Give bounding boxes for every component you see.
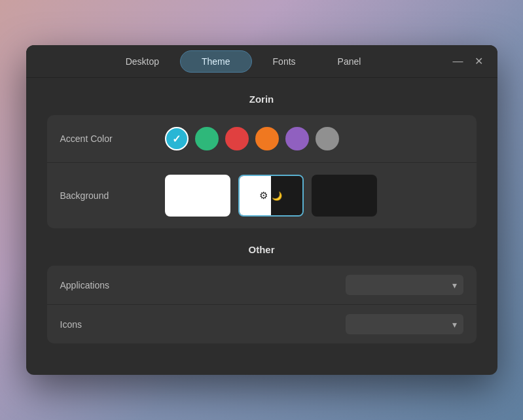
color-blue[interactable]: ✓ bbox=[165, 127, 189, 150]
minimize-button[interactable]: — bbox=[450, 54, 466, 69]
applications-dropdown[interactable] bbox=[346, 275, 463, 295]
icons-dropdown-wrapper bbox=[346, 314, 463, 334]
bg-auto-option[interactable]: ⚙ 🌙 bbox=[238, 175, 304, 217]
bg-auto-wrapper: ⚙ 🌙 bbox=[240, 175, 302, 217]
bg-dark-option[interactable] bbox=[312, 175, 377, 217]
color-green[interactable] bbox=[195, 127, 219, 150]
accent-color-row: Accent Color ✓ bbox=[47, 115, 477, 163]
background-options: ⚙ 🌙 bbox=[165, 175, 377, 217]
zorin-card: Accent Color ✓ Background bbox=[47, 115, 477, 228]
tab-desktop[interactable]: Desktop bbox=[105, 50, 180, 73]
icons-label: Icons bbox=[60, 319, 165, 330]
icons-dropdown[interactable] bbox=[346, 314, 463, 334]
check-icon: ✓ bbox=[172, 133, 181, 145]
main-window: Desktop Theme Fonts Panel — ✕ Zorin Acce… bbox=[26, 45, 497, 375]
titlebar: Desktop Theme Fonts Panel — ✕ bbox=[26, 45, 497, 78]
zorin-section-title: Zorin bbox=[47, 94, 477, 105]
icons-row: Icons bbox=[47, 305, 477, 343]
color-purple[interactable] bbox=[285, 127, 309, 150]
accent-color-label: Accent Color bbox=[60, 133, 165, 144]
color-orange[interactable] bbox=[255, 127, 279, 150]
tab-panel[interactable]: Panel bbox=[317, 50, 382, 73]
window-controls: — ✕ bbox=[450, 54, 487, 69]
tab-theme[interactable]: Theme bbox=[180, 50, 252, 73]
other-card: Applications Icons bbox=[47, 266, 477, 343]
color-red[interactable] bbox=[225, 127, 249, 150]
color-gray[interactable] bbox=[316, 127, 339, 150]
gear-icon: ⚙ bbox=[259, 190, 268, 201]
applications-dropdown-wrapper bbox=[346, 275, 463, 295]
moon-icon: 🌙 bbox=[272, 191, 282, 201]
close-button[interactable]: ✕ bbox=[471, 54, 487, 69]
bg-light-option[interactable] bbox=[165, 175, 230, 217]
background-label: Background bbox=[60, 190, 165, 201]
applications-row: Applications bbox=[47, 266, 477, 305]
background-row: Background ⚙ 🌙 bbox=[47, 163, 477, 228]
auto-icons: ⚙ 🌙 bbox=[259, 190, 282, 201]
content-area: Zorin Accent Color ✓ Background bbox=[26, 78, 497, 375]
other-section-title: Other bbox=[47, 244, 477, 255]
tab-bar: Desktop Theme Fonts Panel bbox=[105, 50, 382, 73]
tab-fonts[interactable]: Fonts bbox=[252, 50, 317, 73]
applications-label: Applications bbox=[60, 280, 165, 290]
accent-color-options: ✓ bbox=[165, 127, 339, 150]
